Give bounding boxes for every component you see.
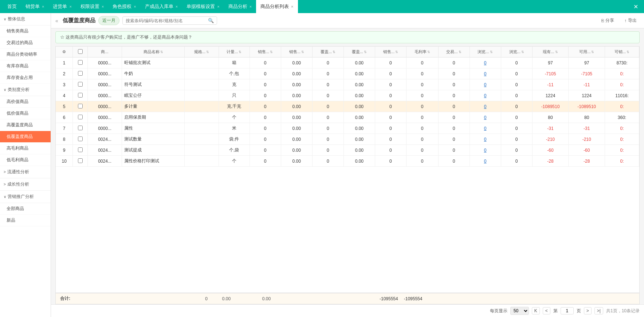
last-page-button[interactable]: >| xyxy=(594,307,603,314)
nav-close-icon[interactable]: × xyxy=(250,4,252,9)
column-header-sales3[interactable]: 销售...⇅ xyxy=(375,47,406,58)
nav-close-icon[interactable]: × xyxy=(42,4,44,9)
per-page-select[interactable]: 2050100200 xyxy=(510,307,529,315)
column-header-coverage1[interactable]: 覆盖...⇅ xyxy=(312,47,343,58)
nav-close-icon[interactable]: × xyxy=(217,4,219,9)
sidebar-item[interactable]: 高毛利商品 xyxy=(0,143,51,154)
column-header-unit[interactable]: 计量...⇅ xyxy=(219,47,250,58)
sidebar-section-header[interactable]: >成长性分析 xyxy=(0,178,51,191)
nav-item[interactable]: 权限设置× xyxy=(76,0,108,13)
sidebar-item[interactable]: 高覆盖度商品 xyxy=(0,119,51,131)
column-header-code[interactable]: 商... xyxy=(88,47,122,58)
nav-item[interactable]: 进货单× xyxy=(48,0,76,13)
nav-close-icon[interactable]: × xyxy=(291,4,293,9)
column-header-sales_qty[interactable]: 销售...⇅ xyxy=(250,47,281,58)
table-cell[interactable] xyxy=(73,101,88,112)
sidebar-item[interactable]: 低毛利商品 xyxy=(0,154,51,166)
table-cell[interactable] xyxy=(73,68,88,79)
share-button[interactable]: ⎘ 分享 xyxy=(598,16,617,25)
row-checkbox[interactable] xyxy=(78,147,83,152)
nav-close-icon[interactable]: × xyxy=(134,4,136,9)
table-cell[interactable]: 0 xyxy=(470,101,501,112)
column-header-name[interactable]: 商品名称⇅ xyxy=(122,47,184,58)
column-header-sales_amt[interactable]: 销售...⇅ xyxy=(281,47,312,58)
nav-item[interactable]: 单据模板设置× xyxy=(182,0,224,13)
select-all-checkbox[interactable] xyxy=(78,49,83,54)
nav-close-icon[interactable]: × xyxy=(102,4,104,9)
row-checkbox[interactable] xyxy=(78,115,83,119)
nav-item[interactable]: 商品分析× xyxy=(224,0,256,13)
sidebar-item[interactable]: 低覆盖度商品 xyxy=(0,131,51,143)
row-checkbox[interactable] xyxy=(78,126,83,130)
row-checkbox[interactable] xyxy=(78,60,83,65)
table-cell[interactable]: 0 xyxy=(470,156,501,167)
sidebar-item[interactable]: 高价值商品 xyxy=(0,96,51,108)
sidebar-collapse-button[interactable]: « xyxy=(55,18,58,24)
table-cell[interactable] xyxy=(73,156,88,167)
column-header-available[interactable]: 可用...⇅ xyxy=(569,47,605,58)
sidebar-item[interactable]: 销售类商品 xyxy=(0,25,51,37)
table-cell[interactable]: 0 xyxy=(470,112,501,123)
table-cell[interactable]: 0 xyxy=(470,68,501,79)
sidebar-section-header[interactable]: ∨类别度分析 xyxy=(0,84,51,96)
row-checkbox[interactable] xyxy=(78,136,83,141)
column-header-browse2[interactable]: 浏览...⇅ xyxy=(501,47,532,58)
next-page-button[interactable]: > xyxy=(584,307,592,314)
table-cell[interactable] xyxy=(73,112,88,123)
sidebar-item[interactable]: 全部商品 xyxy=(0,203,51,215)
nav-close-icon[interactable]: × xyxy=(69,4,71,9)
row-checkbox[interactable] xyxy=(78,82,83,87)
table-cell[interactable] xyxy=(73,58,88,68)
row-checkbox[interactable] xyxy=(78,104,83,108)
sidebar-item[interactable]: 商品分类动销率 xyxy=(0,49,51,60)
row-checkbox[interactable] xyxy=(78,71,83,76)
nav-item[interactable]: 首页 xyxy=(3,0,21,13)
search-input[interactable] xyxy=(126,18,208,23)
column-header-spec[interactable]: 规格...⇅ xyxy=(185,47,219,58)
table-cell[interactable]: 0 xyxy=(470,58,501,68)
sidebar-item[interactable]: 低价值商品 xyxy=(0,108,51,119)
nav-item[interactable]: 产成品入库单× xyxy=(141,0,182,13)
sidebar-item[interactable]: 库存资金占用 xyxy=(0,72,51,84)
nav-close-icon[interactable]: × xyxy=(176,4,178,9)
table-cell[interactable]: 0 xyxy=(470,145,501,156)
column-header-current[interactable]: 现有...⇅ xyxy=(532,47,569,58)
table-cell[interactable]: 0 xyxy=(470,123,501,134)
column-header-browse1[interactable]: 浏览...⇅ xyxy=(470,47,501,58)
sidebar-item[interactable]: 有库存商品 xyxy=(0,60,51,72)
column-header-transaction[interactable]: 交易...⇅ xyxy=(438,47,470,58)
page-number-input[interactable] xyxy=(561,307,574,314)
sidebar-item[interactable]: 交易过的商品 xyxy=(0,37,51,49)
row-checkbox[interactable] xyxy=(78,158,83,163)
table-cell[interactable] xyxy=(73,145,88,156)
sidebar-section-header[interactable]: >流通性分析 xyxy=(0,166,51,178)
row-checkbox[interactable] xyxy=(78,93,83,98)
export-button[interactable]: ↑ 导出 xyxy=(621,16,640,25)
col-settings-icon[interactable]: ⚙ xyxy=(62,49,66,54)
sidebar-section-label: 流通性分析 xyxy=(7,169,29,175)
data-table-wrapper[interactable]: ⚙商...商品名称⇅规格...⇅计量...⇅销售...⇅销售...⇅覆盖...⇅… xyxy=(55,46,640,293)
column-header-sellable[interactable]: 可销...⇅ xyxy=(605,47,639,58)
column-header-settings[interactable]: ⚙ xyxy=(56,47,73,58)
prev-page-button[interactable]: < xyxy=(543,307,550,314)
table-cell[interactable] xyxy=(73,123,88,134)
table-cell[interactable] xyxy=(73,79,88,90)
table-cell[interactable]: 0 xyxy=(470,90,501,101)
table-cell[interactable]: 0 xyxy=(470,134,501,145)
nav-item[interactable]: 角色授权× xyxy=(108,0,140,13)
sidebar-section-header[interactable]: ∨营销推广分析 xyxy=(0,191,51,203)
table-cell: 0 xyxy=(501,79,532,90)
nav-close-button[interactable]: ✕ xyxy=(631,3,641,10)
nav-item[interactable]: 商品分析列表× xyxy=(256,0,298,13)
table-cell[interactable] xyxy=(73,134,88,145)
filter-period-button[interactable]: 近一月 xyxy=(98,16,119,25)
table-cell[interactable]: 0 xyxy=(470,79,501,90)
sidebar-section-header[interactable]: ∨整体信息 xyxy=(0,13,51,25)
first-page-button[interactable]: K xyxy=(532,307,540,314)
table-cell[interactable] xyxy=(73,90,88,101)
column-header-checkbox[interactable] xyxy=(73,47,88,58)
column-header-gross_margin[interactable]: 毛利率⇅ xyxy=(406,47,438,58)
nav-item[interactable]: 销货单× xyxy=(21,0,48,13)
column-header-coverage2[interactable]: 覆盖...⇅ xyxy=(343,47,375,58)
sidebar-item[interactable]: 新品 xyxy=(0,215,51,226)
